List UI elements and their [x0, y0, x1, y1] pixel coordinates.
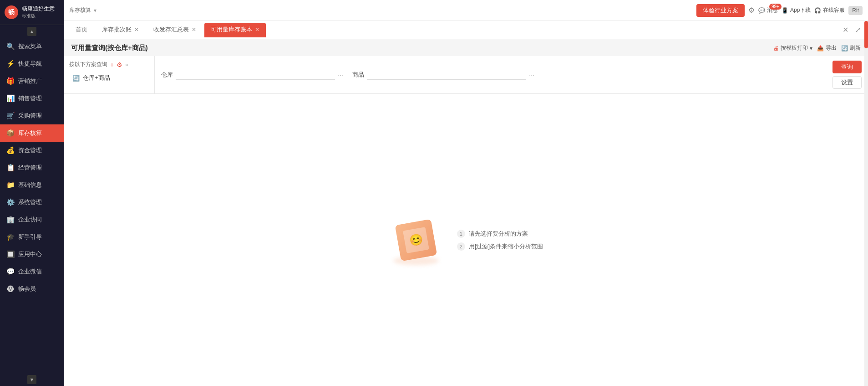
page-header: 可用量查询(按仓库+商品) 🖨 按模板打印 ▾ 📤 导出 🔄 刷新 [64, 39, 868, 56]
print-btn[interactable]: 🖨 按模板打印 ▾ [773, 44, 812, 52]
sidebar-item-finance[interactable]: 💰 资金管理 [0, 142, 64, 159]
tip2-text: 用[过滤]条件来缩小分析范围 [469, 242, 543, 251]
sidebar-icon-appstore: 🔲 [6, 250, 15, 258]
header-gear-icon[interactable]: ⚙ [748, 6, 755, 15]
sidebar-label-sales: 销售管理 [18, 94, 42, 103]
tab-close-batch[interactable]: ✕ [134, 26, 139, 33]
query-filters: 仓库 ··· 商品 ··· 查询 设置 [155, 56, 868, 93]
tab-close-window[interactable]: ✕ [841, 25, 850, 35]
tab-home[interactable]: 首页 [69, 23, 94, 37]
sidebar-item-system[interactable]: ⚙️ 系统管理 [0, 194, 64, 211]
sidebar-item-marketing[interactable]: 🎁 营销推广 [0, 72, 64, 90]
tab-batch[interactable]: 库存批次账✕ [96, 23, 145, 37]
add-scheme-btn[interactable]: + [110, 61, 114, 68]
empty-illustration: 😊 [389, 213, 443, 268]
collapse-schemes-btn[interactable]: « [125, 62, 128, 68]
page-header-actions: 🖨 按模板打印 ▾ 📤 导出 🔄 刷新 [773, 44, 861, 52]
sidebar-item-base[interactable]: 📁 基础信息 [0, 176, 64, 194]
sidebar-icon-member: 🅥 [6, 285, 15, 293]
sidebar-item-shortcut[interactable]: ⚡ 快捷导航 [0, 55, 64, 72]
tab-close-summary[interactable]: ✕ [192, 26, 196, 33]
tab-close-available[interactable]: ✕ [255, 26, 259, 33]
top-header: 库存核算 ▾ 体验行业方案 ⚙ 💬 消息 99+ 📱 App下载 🎧 在线客服 … [64, 0, 868, 21]
sidebar-icon-system: ⚙️ [6, 198, 15, 206]
sidebar-icon-operations: 📋 [6, 164, 15, 172]
sidebar-icon-enterprise: 🏢 [6, 216, 15, 224]
sidebar-label-member: 畅会员 [18, 285, 36, 293]
tab-available[interactable]: 可用量库存账本✕ [204, 23, 266, 37]
breadcrumb-text: 库存核算 [69, 6, 91, 14]
main-area: 库存核算 ▾ 体验行业方案 ⚙ 💬 消息 99+ 📱 App下载 🎧 在线客服 … [64, 0, 868, 386]
header-message[interactable]: 💬 消息 99+ [758, 6, 778, 14]
breadcrumb-chevron[interactable]: ▾ [94, 7, 96, 14]
sidebar-label-inventory: 库存核算 [18, 129, 42, 137]
sidebar-scroll-up[interactable]: ▲ [27, 27, 36, 36]
tab-label-available: 可用量库存账本 [211, 26, 252, 34]
tip2-num: 2 [457, 242, 465, 251]
sidebar-item-operations[interactable]: 📋 经营管理 [0, 159, 64, 176]
header-service[interactable]: 🎧 在线客服 [814, 6, 845, 14]
sidebar-item-enterprise[interactable]: 🏢 企业协同 [0, 211, 64, 228]
sidebar-item-search[interactable]: 🔍 搜索菜单 [0, 38, 64, 55]
query-action-buttons: 查询 设置 [832, 61, 862, 89]
export-icon: 📤 [817, 45, 824, 51]
sidebar-item-newbie[interactable]: 🎓 新手引导 [0, 228, 64, 246]
right-scrollbar[interactable] [864, 21, 868, 386]
goods-label: 商品 [352, 71, 364, 79]
sidebar-company-name: 畅康通好生意 [22, 5, 55, 13]
tab-summary[interactable]: 收发存汇总表✕ [147, 23, 203, 37]
sidebar-label-marketing: 营销推广 [18, 77, 42, 85]
app-icon: 📱 [782, 7, 788, 14]
export-label: 导出 [826, 44, 837, 52]
goods-more-btn[interactable]: ··· [529, 71, 534, 78]
empty-box: 😊 [395, 219, 437, 261]
sidebar-item-wechat[interactable]: 💬 企业微信 [0, 263, 64, 280]
sidebar-label-search: 搜索菜单 [18, 42, 42, 51]
query-submit-btn[interactable]: 查询 [832, 61, 862, 73]
warehouse-label: 仓库 [161, 71, 173, 79]
sidebar-item-appstore[interactable]: 🔲 应用中心 [0, 246, 64, 263]
sidebar-label-shortcut: 快捷导航 [18, 60, 42, 68]
scheme-item-label: 仓库+商品 [83, 74, 110, 82]
app-label: App下载 [790, 6, 811, 14]
empty-box-face: 😊 [403, 227, 429, 253]
refresh-btn[interactable]: 🔄 刷新 [841, 44, 861, 52]
goods-input[interactable] [367, 70, 526, 80]
tip1-num: 1 [457, 230, 465, 238]
scheme-item-warehouse-goods[interactable]: 🔄 仓库+商品 [69, 72, 149, 84]
tab-bar: 首页库存批次账✕收发存汇总表✕可用量库存账本✕ ✕ ⤢ [64, 21, 868, 39]
empty-tips: 1 请先选择要分析的方案 2 用[过滤]条件来缩小分析范围 [457, 230, 543, 251]
tab-maximize-window[interactable]: ⤢ [853, 25, 863, 35]
sidebar-item-member[interactable]: 🅥 畅会员 [0, 280, 64, 298]
page-content: 可用量查询(按仓库+商品) 🖨 按模板打印 ▾ 📤 导出 🔄 刷新 [64, 39, 868, 386]
sidebar-item-inventory[interactable]: 📦 库存核算 [0, 124, 64, 142]
sidebar-item-purchase[interactable]: 🛒 采购管理 [0, 107, 64, 124]
header-breadcrumb: 库存核算 ▾ [69, 6, 693, 14]
header-user[interactable]: Rit [848, 6, 863, 15]
empty-state: 😊 1 请先选择要分析的方案 2 用[过滤]条件来缩小分析范围 [64, 94, 868, 386]
query-settings-btn[interactable]: 设置 [832, 76, 862, 89]
service-icon: 🎧 [814, 7, 821, 14]
service-label: 在线客服 [823, 6, 845, 14]
sidebar-icon-base: 📁 [6, 181, 15, 189]
sidebar-logo: 畅 [5, 5, 18, 19]
sidebar-scroll-down[interactable]: ▼ [27, 375, 36, 384]
header-app-download[interactable]: 📱 App下载 [782, 6, 811, 14]
scheme-item-icon: 🔄 [72, 74, 80, 82]
warehouse-input[interactable] [176, 70, 335, 80]
settings-scheme-btn[interactable]: ⚙ [117, 61, 122, 68]
query-scheme-title: 按以下方案查询 + ⚙ « [69, 61, 149, 68]
sidebar-version: 标准版 [22, 13, 55, 19]
sidebar-item-sales[interactable]: 📊 销售管理 [0, 90, 64, 107]
sidebar-icon-search: 🔍 [6, 42, 15, 51]
sidebar-icon-sales: 📊 [6, 94, 15, 103]
refresh-icon: 🔄 [841, 45, 848, 51]
user-name: Rit [852, 7, 859, 14]
sidebar-label-enterprise: 企业协同 [18, 216, 42, 224]
sidebar-header: 畅 畅康通好生意 标准版 [0, 0, 64, 25]
warehouse-more-btn[interactable]: ··· [338, 71, 343, 78]
warehouse-field: 仓库 ··· [161, 70, 343, 80]
export-btn[interactable]: 📤 导出 [817, 44, 837, 52]
sidebar-icon-inventory: 📦 [6, 129, 15, 137]
industry-btn[interactable]: 体验行业方案 [696, 4, 745, 17]
